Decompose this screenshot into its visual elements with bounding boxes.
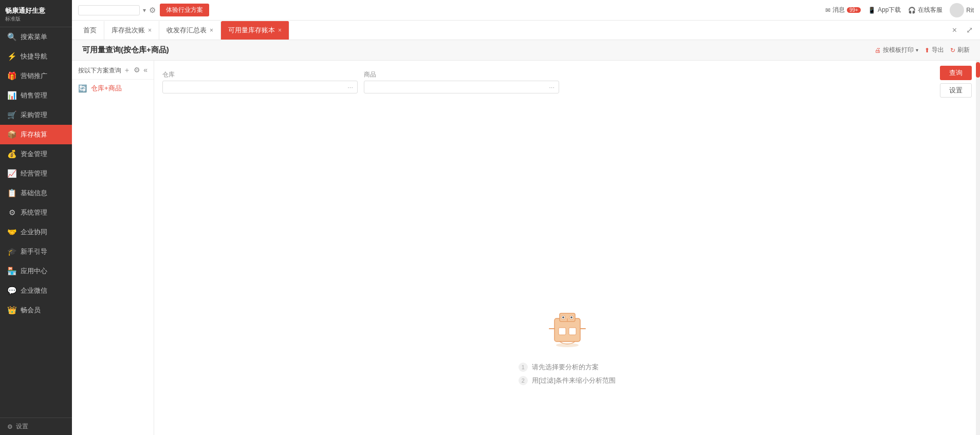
tab-库存批次账[interactable]: 库存批次账× [104, 21, 159, 40]
tab-close-icon[interactable]: × [148, 27, 152, 34]
expand-tab-button[interactable]: ⤢ [963, 24, 976, 36]
tab-close-icon[interactable]: × [278, 27, 282, 34]
sidebar: 畅康通好生意 标准版 🔍搜索菜单⚡快捷导航🎁营销推广📊销售管理🛒采购管理📦库存核… [0, 0, 72, 435]
sidebar-item-经营管理[interactable]: 📈经营管理 [0, 164, 72, 183]
tab-label: 收发存汇总表 [167, 26, 207, 35]
message-btn[interactable]: ✉ 消息 99+ [825, 6, 861, 14]
export-label: 导出 [932, 46, 944, 54]
tabs-bar: 首页库存批次账×收发存汇总表×可用量库存账本× × ⤢ [72, 21, 980, 40]
warehouse-more-icon[interactable]: ··· [347, 83, 353, 91]
topbar-left: ▾ ⚙ [78, 5, 156, 15]
sidebar-item-销售管理[interactable]: 📊销售管理 [0, 86, 72, 105]
sidebar-icon: 💰 [7, 149, 16, 159]
goods-more-icon[interactable]: ··· [549, 83, 554, 91]
print-chevron-icon[interactable]: ▾ [916, 47, 918, 53]
tab-首页[interactable]: 首页 [76, 21, 104, 40]
sidebar-icon: 🤝 [7, 228, 16, 237]
user-avatar-area[interactable]: Rit [950, 3, 974, 17]
sidebar-icon: ⚙ [7, 208, 16, 217]
sidebar-label: 新手引导 [21, 247, 47, 256]
message-badge: 99+ [847, 7, 861, 13]
tip-text-1: 请先选择要分析的方案 [532, 363, 599, 372]
filter-panel: 按以下方案查询 ＋ ⚙ « 🔄 仓库+商品 [72, 61, 154, 435]
filter-item-label: 仓库+商品 [91, 84, 122, 93]
refresh-button[interactable]: ↻ 刷新 [950, 46, 970, 54]
search-input[interactable] [78, 5, 140, 15]
trial-button[interactable]: 体验行业方案 [160, 4, 209, 16]
sidebar-item-基础信息[interactable]: 📋基础信息 [0, 183, 72, 203]
sidebar-item-营销推广[interactable]: 🎁营销推广 [0, 66, 72, 86]
sidebar-label: 快捷导航 [21, 52, 47, 61]
page-title: 可用量查询(按仓库+商品) [82, 45, 169, 55]
warehouse-input[interactable] [167, 83, 345, 90]
sidebar-label: 经营管理 [21, 169, 47, 178]
print-button[interactable]: 🖨 按模板打印 ▾ [875, 46, 918, 54]
sidebar-icon: 📋 [7, 188, 16, 198]
tab-label: 可用量库存账本 [228, 26, 275, 35]
query-buttons: 查询 设置 [940, 66, 972, 98]
tab-close-icon[interactable]: × [210, 27, 213, 34]
sidebar-item-库存核算[interactable]: 📦库存核算 [0, 125, 72, 144]
export-button[interactable]: ⬆ 导出 [924, 46, 944, 54]
filter-add-icon[interactable]: ＋ [123, 66, 131, 75]
topbar-chevron-icon[interactable]: ▾ [143, 7, 146, 14]
app-download-label: App下载 [878, 6, 901, 14]
sidebar-item-新手引导[interactable]: 🎓新手引导 [0, 242, 72, 261]
query-settings-button[interactable]: 设置 [940, 83, 972, 98]
close-all-tab-button[interactable]: × [949, 25, 960, 36]
goods-input[interactable] [368, 83, 547, 90]
app-download-btn[interactable]: 📱 App下载 [868, 6, 901, 14]
empty-tip-1: 1 请先选择要分析的方案 [519, 363, 616, 372]
tab-收发存汇总表[interactable]: 收发存汇总表× [159, 21, 221, 40]
filter-settings-icon[interactable]: ⚙ [134, 66, 140, 75]
sidebar-item-企业微信[interactable]: 💬企业微信 [0, 281, 72, 300]
sidebar-label: 销售管理 [21, 91, 47, 100]
sidebar-icon: 📊 [7, 91, 16, 100]
sidebar-bottom[interactable]: ⚙ 设置 [0, 418, 72, 435]
tab-actions: × ⤢ [949, 24, 976, 36]
right-scrollbar[interactable] [976, 61, 980, 435]
filter-icons: ＋ ⚙ « [123, 66, 147, 75]
sidebar-icon: 🔍 [7, 32, 16, 42]
goods-input-wrap: ··· [364, 81, 559, 93]
scrollbar-thumb [976, 62, 980, 78]
svg-point-11 [556, 343, 579, 347]
svg-point-4 [562, 316, 564, 318]
sidebar-label: 系统管理 [21, 208, 47, 217]
settings-icon[interactable]: ⚙ [149, 6, 156, 15]
filter-header: 按以下方案查询 ＋ ⚙ « [72, 66, 154, 80]
sidebar-item-企业协同[interactable]: 🤝企业协同 [0, 222, 72, 242]
online-service-btn[interactable]: 🎧 在线客服 [908, 6, 942, 14]
sidebar-label: 企业微信 [21, 286, 47, 295]
empty-state: 1 请先选择要分析的方案 2 用[过滤]条件来缩小分析范围 [154, 253, 980, 436]
query-button[interactable]: 查询 [940, 66, 972, 80]
sidebar-label: 企业协同 [21, 228, 47, 237]
tab-label: 库存批次账 [112, 26, 145, 35]
export-icon: ⬆ [924, 47, 930, 54]
sidebar-item-快捷导航[interactable]: ⚡快捷导航 [0, 47, 72, 66]
sidebar-icon: 🎁 [7, 71, 16, 81]
tab-可用量库存账本[interactable]: 可用量库存账本× [221, 21, 289, 40]
svg-rect-7 [559, 328, 566, 335]
sidebar-icon: 🛒 [7, 110, 16, 120]
sidebar-label: 营销推广 [21, 71, 47, 81]
sidebar-label: 搜索菜单 [21, 32, 47, 42]
empty-tips: 1 请先选择要分析的方案 2 用[过滤]条件来缩小分析范围 [519, 363, 616, 385]
sidebar-item-畅会员[interactable]: 👑畅会员 [0, 300, 72, 320]
sidebar-icon: 🎓 [7, 247, 16, 256]
sidebar-item-系统管理[interactable]: ⚙系统管理 [0, 203, 72, 222]
svg-point-5 [570, 316, 572, 318]
sidebar-item-资金管理[interactable]: 💰资金管理 [0, 144, 72, 164]
filter-item-warehouse-goods[interactable]: 🔄 仓库+商品 [72, 80, 154, 97]
topbar: ▾ ⚙ 体验行业方案 ✉ 消息 99+ 📱 App下载 🎧 在线客服 Rit [72, 0, 980, 21]
online-service-label: 在线客服 [918, 6, 942, 14]
warehouse-label: 仓库 [162, 70, 358, 79]
sidebar-item-搜索菜单[interactable]: 🔍搜索菜单 [0, 27, 72, 47]
sidebar-item-采购管理[interactable]: 🛒采购管理 [0, 105, 72, 125]
sidebar-icon: ⚡ [7, 52, 16, 61]
filter-collapse-icon[interactable]: « [143, 66, 147, 75]
sidebar-item-应用中心[interactable]: 🏪应用中心 [0, 261, 72, 281]
warehouse-field: 仓库 ··· [162, 70, 358, 93]
app-version: 标准版 [5, 15, 67, 23]
sidebar-label: 资金管理 [21, 149, 47, 159]
